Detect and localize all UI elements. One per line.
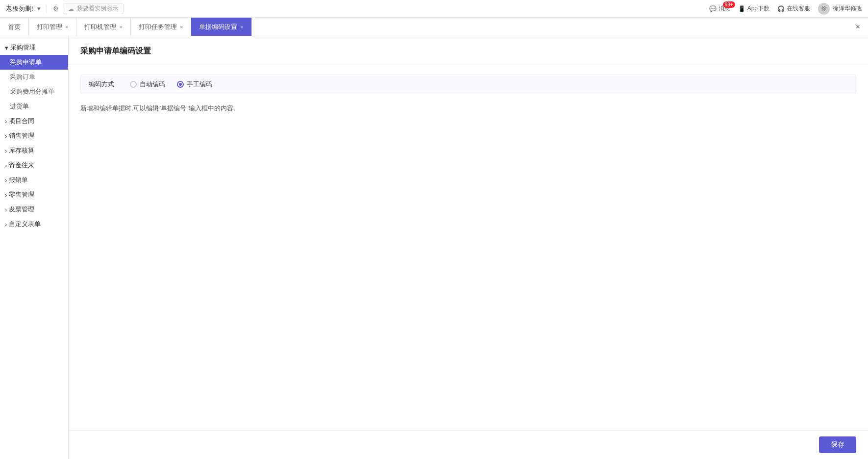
auto-code-option[interactable]: 自动编码 bbox=[130, 80, 165, 89]
sidebar-item-purchase-order[interactable]: 采购订单 bbox=[0, 70, 68, 84]
content-area: 采购申请单编码设置 编码方式 自动编码 手工编码 新增和编辑单据时,可以编辑"单… bbox=[69, 36, 868, 459]
top-bar: 老板勿删! ▾ ⚙ ☁ 我要看实例演示 💬 消息 99+ 📱 App下数 🎧 在… bbox=[0, 0, 868, 18]
auto-code-label: 自动编码 bbox=[140, 80, 165, 89]
arrow-right-icon-4: › bbox=[5, 162, 7, 169]
app-download-label: App下数 bbox=[747, 4, 769, 13]
arrow-right-icon-1: › bbox=[5, 118, 7, 125]
logo-text: 老板勿删! bbox=[6, 4, 33, 13]
top-bar-left: 老板勿删! ▾ ⚙ ☁ 我要看实例演示 bbox=[6, 3, 124, 14]
arrow-right-icon-2: › bbox=[5, 132, 7, 140]
tab-home-label: 首页 bbox=[8, 23, 21, 31]
sidebar-group-sales-mgmt[interactable]: › 销售管理 bbox=[0, 128, 68, 143]
user-profile[interactable]: 徐 徐泽华修改 bbox=[818, 3, 862, 15]
settings-icon[interactable]: ⚙ bbox=[53, 5, 59, 12]
arrow-right-icon-7: › bbox=[5, 206, 7, 213]
dropdown-icon[interactable]: ▾ bbox=[37, 5, 41, 12]
sidebar-group-return-goods-label: 报销单 bbox=[9, 176, 28, 184]
sidebar-group-capital-flow-label: 资金往来 bbox=[9, 161, 34, 170]
search-placeholder-text: 我要看实例演示 bbox=[77, 4, 118, 13]
divider bbox=[47, 5, 47, 13]
tab-bar-close-all[interactable]: × bbox=[848, 23, 868, 31]
code-type-row: 编码方式 自动编码 手工编码 bbox=[80, 75, 856, 94]
tab-print-mgmt-close[interactable]: × bbox=[65, 24, 68, 30]
sidebar-item-stock-in[interactable]: 进货单 bbox=[0, 99, 68, 114]
sidebar-group-custom-form[interactable]: › 自定义表单 bbox=[0, 217, 68, 231]
tab-print-task-label: 打印任务管理 bbox=[139, 23, 177, 31]
content-body: 编码方式 自动编码 手工编码 新增和编辑单据时,可以编辑"单据编号"输入框中的内… bbox=[69, 65, 868, 430]
sidebar: ▾ 采购管理 采购申请单 采购订单 采购费用分摊单 进货单 › 项目合同 › 销… bbox=[0, 36, 69, 459]
sidebar-item-purchase-request[interactable]: 采购申请单 bbox=[0, 55, 68, 70]
sidebar-group-project-contract-label: 项目合同 bbox=[9, 117, 34, 126]
sidebar-group-retail-mgmt[interactable]: › 零售管理 bbox=[0, 187, 68, 202]
top-bar-right: 💬 消息 99+ 📱 App下数 🎧 在线客服 徐 徐泽华修改 bbox=[709, 3, 862, 15]
message-badge: 99+ bbox=[723, 1, 735, 8]
cloud-icon: ☁ bbox=[68, 5, 74, 12]
sidebar-group-custom-form-label: 自定义表单 bbox=[9, 220, 41, 229]
tab-bar: 首页 打印管理 × 打印机管理 × 打印任务管理 × 单据编码设置 × × bbox=[0, 18, 868, 36]
search-bar[interactable]: ☁ 我要看实例演示 bbox=[63, 3, 124, 14]
tab-printer-mgmt-close[interactable]: × bbox=[119, 24, 122, 30]
sidebar-item-purchase-expense-label: 采购费用分摊单 bbox=[10, 88, 54, 95]
sidebar-group-invoice-mgmt-label: 发票管理 bbox=[9, 205, 34, 214]
sidebar-group-return-goods[interactable]: › 报销单 bbox=[0, 173, 68, 187]
manual-code-radio[interactable] bbox=[177, 81, 184, 88]
arrow-right-icon-6: › bbox=[5, 191, 7, 199]
tab-print-mgmt[interactable]: 打印管理 × bbox=[29, 18, 76, 36]
tab-home[interactable]: 首页 bbox=[0, 18, 29, 36]
hint-text: 新增和编辑单据时,可以编辑"单据编号"输入框中的内容。 bbox=[80, 104, 856, 113]
online-service-label: 在线客服 bbox=[787, 4, 810, 13]
auto-code-radio[interactable] bbox=[130, 81, 137, 88]
message-icon: 💬 bbox=[709, 5, 717, 12]
sidebar-group-retail-mgmt-label: 零售管理 bbox=[9, 190, 34, 199]
sidebar-group-inventory-label: 库存核算 bbox=[9, 146, 34, 155]
sidebar-item-purchase-request-label: 采购申请单 bbox=[10, 58, 42, 66]
sidebar-group-invoice-mgmt[interactable]: › 发票管理 bbox=[0, 202, 68, 217]
sidebar-group-inventory[interactable]: › 库存核算 bbox=[0, 143, 68, 158]
sidebar-item-purchase-order-label: 采购订单 bbox=[10, 73, 35, 80]
content-footer: 保存 bbox=[69, 430, 868, 459]
online-service-button[interactable]: 🎧 在线客服 bbox=[777, 4, 810, 13]
manual-code-option[interactable]: 手工编码 bbox=[177, 80, 212, 89]
arrow-right-icon-5: › bbox=[5, 177, 7, 184]
sidebar-item-purchase-expense[interactable]: 采购费用分摊单 bbox=[0, 84, 68, 99]
user-name: 徐泽华修改 bbox=[833, 4, 862, 13]
arrow-right-icon-8: › bbox=[5, 221, 7, 228]
tab-barcode-setting[interactable]: 单据编码设置 × bbox=[191, 18, 251, 36]
sidebar-group-purchase-mgmt[interactable]: ▾ 采购管理 bbox=[0, 40, 68, 55]
manual-code-label: 手工编码 bbox=[187, 80, 212, 89]
main-layout: ▾ 采购管理 采购申请单 采购订单 采购费用分摊单 进货单 › 项目合同 › 销… bbox=[0, 36, 868, 459]
arrow-right-icon-3: › bbox=[5, 147, 7, 154]
sidebar-group-project-contract[interactable]: › 项目合同 bbox=[0, 114, 68, 128]
avatar: 徐 bbox=[818, 3, 830, 15]
page-title: 采购申请单编码设置 bbox=[80, 46, 856, 56]
tab-barcode-setting-close[interactable]: × bbox=[240, 24, 243, 30]
sidebar-group-sales-mgmt-label: 销售管理 bbox=[9, 131, 34, 140]
tab-print-mgmt-label: 打印管理 bbox=[37, 23, 62, 31]
headset-icon: 🎧 bbox=[777, 5, 785, 12]
sidebar-group-purchase-mgmt-label: 采购管理 bbox=[10, 43, 36, 52]
app-icon: 📱 bbox=[738, 5, 745, 12]
save-button[interactable]: 保存 bbox=[819, 436, 856, 453]
content-header: 采购申请单编码设置 bbox=[69, 36, 868, 65]
tab-print-task-close[interactable]: × bbox=[180, 24, 183, 30]
tab-printer-mgmt-label: 打印机管理 bbox=[84, 23, 116, 31]
arrow-down-icon: ▾ bbox=[5, 44, 8, 51]
sidebar-item-stock-in-label: 进货单 bbox=[10, 102, 29, 110]
tab-printer-mgmt[interactable]: 打印机管理 × bbox=[76, 18, 130, 36]
tab-print-task[interactable]: 打印任务管理 × bbox=[131, 18, 191, 36]
sidebar-group-capital-flow[interactable]: › 资金往来 bbox=[0, 158, 68, 173]
app-download-button[interactable]: 📱 App下数 bbox=[738, 4, 769, 13]
tab-barcode-setting-label: 单据编码设置 bbox=[199, 23, 237, 31]
message-button[interactable]: 💬 消息 99+ bbox=[709, 4, 730, 13]
code-type-label: 编码方式 bbox=[89, 80, 114, 89]
